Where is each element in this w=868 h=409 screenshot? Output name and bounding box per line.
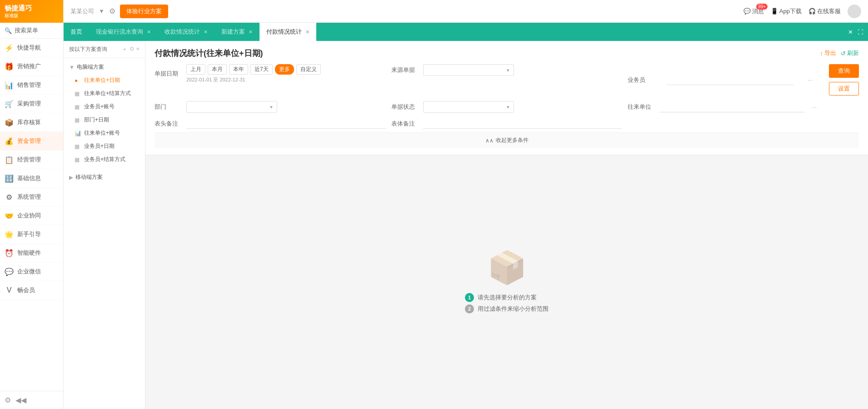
sidebar-item-enterprise[interactable]: 🤝 企业协同 bbox=[0, 207, 63, 225]
sidebar-icon-weixin: 💬 bbox=[5, 267, 14, 276]
settings-icon[interactable]: ⚙ bbox=[5, 396, 11, 404]
scheme-settings-icon[interactable]: ⊙ bbox=[130, 45, 134, 53]
topbar-service[interactable]: 🎧 在线客服 bbox=[808, 7, 841, 15]
sidebar-item-basic[interactable]: 🔢 基础信息 bbox=[0, 169, 63, 188]
setting-button[interactable]: 设置 bbox=[829, 82, 859, 96]
sidebar-icon-management: 📋 bbox=[5, 155, 14, 164]
sidebar-item-system[interactable]: ⚙ 系统管理 bbox=[0, 188, 63, 207]
scheme-group-title-mobile[interactable]: ▶移动端方案 bbox=[64, 171, 145, 184]
topbar-gear-icon[interactable]: ⚙ bbox=[109, 7, 115, 15]
scheme-item-unit-account[interactable]: 📊往来单位+账号 bbox=[64, 126, 145, 140]
sidebar-item-inventory[interactable]: 📦 库存核算 bbox=[0, 113, 63, 132]
collapse-more-button[interactable]: ∧∧ 收起更多条件 bbox=[155, 132, 859, 148]
tab-close-receive[interactable]: ✕ bbox=[204, 29, 208, 35]
group-arrow-pc: ▼ bbox=[69, 64, 75, 71]
staff-more-icon[interactable]: ··· bbox=[808, 76, 813, 83]
hint-text-1: 请先选择要分析的方案 bbox=[478, 293, 537, 302]
header-note-input[interactable] bbox=[186, 118, 386, 129]
close-all-icon[interactable]: ✕ bbox=[848, 29, 853, 35]
tab-close-pay-stat[interactable]: ✕ bbox=[305, 29, 309, 35]
scheme-item-staff-date[interactable]: ▦业务员+日期 bbox=[64, 140, 145, 153]
sidebar-item-quick-nav[interactable]: ⚡ 快捷导航 bbox=[0, 39, 63, 57]
staff-input[interactable] bbox=[667, 75, 794, 85]
tab-pay-stat[interactable]: 付款情况统计✕ bbox=[259, 23, 316, 41]
add-scheme-icon[interactable]: ＋ bbox=[122, 45, 127, 53]
scheme-item-unit-date[interactable]: ●往来单位+日期 bbox=[64, 74, 145, 87]
sidebar-item-sales[interactable]: 📊 销售管理 bbox=[0, 76, 63, 95]
sidebar-label-system: 系统管理 bbox=[17, 193, 41, 201]
scheme-item-icon-unit-account: 📊 bbox=[75, 130, 82, 136]
staff-label: 业务员 bbox=[628, 76, 655, 84]
sidebar-icon-purchase: 🛒 bbox=[5, 99, 14, 108]
sidebar-label-marketing: 营销推广 bbox=[17, 62, 41, 71]
scheme-item-staff-account[interactable]: ▦业务员+账号 bbox=[64, 100, 145, 113]
sidebar-item-vip[interactable]: V 畅会员 bbox=[0, 281, 63, 300]
sidebar-label-hardware: 智能硬件 bbox=[17, 249, 41, 257]
topbar-dropdown-arrow[interactable]: ▼ bbox=[99, 8, 105, 15]
query-button[interactable]: 查询 bbox=[829, 64, 859, 78]
date-btn-this-month[interactable]: 本月 bbox=[208, 64, 227, 75]
sidebar-search[interactable]: 🔍 搜索菜单 bbox=[0, 23, 63, 39]
sidebar-label-purchase: 采购管理 bbox=[17, 100, 41, 108]
sidebar-logo: 畅捷通巧 标准版 bbox=[0, 0, 63, 23]
page-area: 按以下方案查询 ＋ ⊙ « ▼电脑端方案●往来单位+日期▦往来单位+结算方式▦业… bbox=[64, 41, 868, 409]
data-area: 📦 1 请先选择要分析的方案 2 用过滤条件来缩小分析范围 bbox=[145, 155, 868, 409]
tab-new-plan[interactable]: 新建方案✕ bbox=[215, 23, 259, 41]
filter-header: 付款情况统计(往来单位+日期) ↑ 导出 ↺ 刷新 bbox=[155, 48, 859, 59]
tab-bank[interactable]: 现金银行流水查询✕ bbox=[89, 23, 158, 41]
tab-label-home: 首页 bbox=[70, 28, 82, 36]
date-btn-this-year[interactable]: 本年 bbox=[229, 64, 248, 75]
scheme-panel-header: 按以下方案查询 ＋ ⊙ « bbox=[64, 41, 145, 58]
body-note-input[interactable] bbox=[423, 118, 623, 129]
collapse-panel-icon[interactable]: « bbox=[136, 45, 140, 53]
sidebar-item-marketing[interactable]: 🎁 营销推广 bbox=[0, 57, 63, 76]
source-label: 来源单据 bbox=[391, 66, 419, 74]
date-btn-7days[interactable]: 近7天 bbox=[250, 64, 273, 75]
filter-body-note-cell: 表体备注 bbox=[391, 118, 623, 129]
sidebar-icon-system: ⚙ bbox=[5, 192, 14, 202]
collapse-sidebar-icon[interactable]: ◀◀ bbox=[15, 396, 26, 404]
date-btn-last-month[interactable]: 上月 bbox=[186, 64, 205, 75]
trial-button[interactable]: 体验行业方案 bbox=[120, 5, 168, 18]
service-label: 在线客服 bbox=[817, 7, 841, 15]
filter-status-cell: 单据状态 bbox=[391, 101, 623, 113]
date-btn-more[interactable]: 更多 bbox=[275, 64, 294, 75]
refresh-button[interactable]: ↺ 刷新 bbox=[841, 49, 859, 57]
scheme-group-title-pc[interactable]: ▼电脑端方案 bbox=[64, 61, 145, 74]
tab-label-bank: 现金银行流水查询 bbox=[96, 28, 143, 36]
tab-home[interactable]: 首页 bbox=[64, 23, 89, 41]
export-button[interactable]: ↑ 导出 bbox=[820, 49, 837, 57]
topbar-app-download[interactable]: 📱 App下载 bbox=[771, 7, 802, 15]
source-select-wrap bbox=[423, 64, 514, 76]
sidebar-label-basic: 基础信息 bbox=[17, 174, 41, 182]
topbar-messages[interactable]: 💬 消息 99+ bbox=[743, 7, 764, 15]
expand-icon[interactable]: ⛶ bbox=[858, 29, 863, 35]
sidebar-item-purchase[interactable]: 🛒 采购管理 bbox=[0, 95, 63, 113]
scheme-item-staff-settle[interactable]: ▦业务员+结算方式 bbox=[64, 153, 145, 166]
counterpart-more-icon[interactable]: ··· bbox=[812, 104, 817, 111]
page-title: 付款情况统计(往来单位+日期) bbox=[155, 48, 263, 59]
scheme-group-pc: ▼电脑端方案●往来单位+日期▦往来单位+结算方式▦业务员+账号▦部门+日期📊往来… bbox=[64, 58, 145, 168]
scheme-item-dept-date[interactable]: ▦部门+日期 bbox=[64, 113, 145, 126]
hint-num-1: 1 bbox=[465, 293, 474, 302]
tab-bar: 首页现金银行流水查询✕收款情况统计✕新建方案✕付款情况统计✕ ✕ ⛶ bbox=[64, 23, 868, 41]
dept-select[interactable] bbox=[186, 101, 277, 113]
sidebar-icon-marketing: 🎁 bbox=[5, 62, 14, 71]
logo-name: 畅捷通巧 bbox=[5, 4, 32, 13]
sidebar-item-hardware[interactable]: ⏰ 智能硬件 bbox=[0, 244, 63, 263]
scheme-item-unit-settle[interactable]: ▦往来单位+结算方式 bbox=[64, 87, 145, 100]
sidebar-item-weixin[interactable]: 💬 企业微信 bbox=[0, 263, 63, 281]
tab-receive[interactable]: 收款情况统计✕ bbox=[158, 23, 215, 41]
sidebar-item-management[interactable]: 📋 经营管理 bbox=[0, 151, 63, 169]
sidebar-icon-hardware: ⏰ bbox=[5, 248, 14, 258]
counterpart-input[interactable] bbox=[659, 102, 805, 112]
user-avatar[interactable] bbox=[848, 5, 861, 18]
sidebar-icon-basic: 🔢 bbox=[5, 174, 14, 183]
date-btn-custom[interactable]: 自定义 bbox=[296, 64, 321, 75]
sidebar-item-finance[interactable]: 💰 资金管理 bbox=[0, 132, 63, 151]
source-select[interactable] bbox=[423, 64, 514, 76]
tab-close-bank[interactable]: ✕ bbox=[147, 29, 151, 35]
sidebar-item-guide[interactable]: 🌟 新手引导 bbox=[0, 225, 63, 244]
status-select[interactable] bbox=[423, 101, 514, 113]
tab-close-new-plan[interactable]: ✕ bbox=[249, 29, 253, 35]
